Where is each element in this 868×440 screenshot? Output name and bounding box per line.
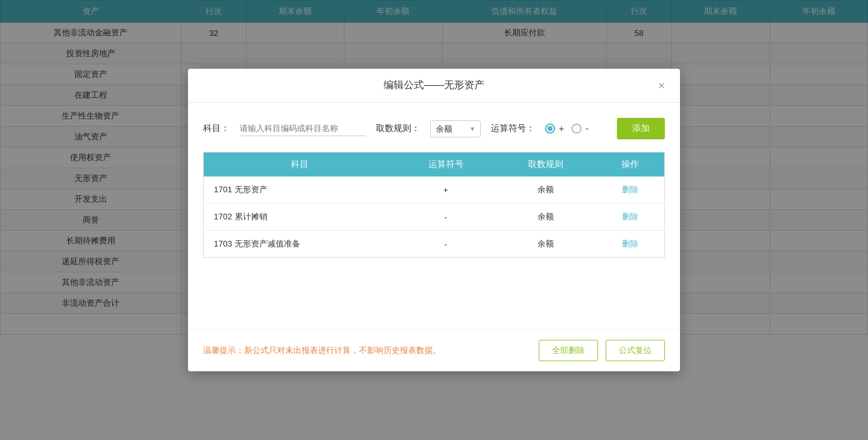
- radio-plus-circle: [545, 124, 555, 134]
- form-row: 科目： 取数规则： 余额 借方 贷方 运算符号：: [203, 118, 665, 139]
- formula-operator: -: [396, 231, 496, 258]
- formula-action: 删除: [595, 231, 664, 258]
- formula-table-header: 运算符号: [396, 153, 496, 177]
- delete-row-button[interactable]: 删除: [622, 211, 638, 223]
- formula-row: 1701 无形资产+余额删除: [204, 177, 665, 204]
- formula-action: 删除: [595, 204, 664, 231]
- modal-body: 科目： 取数规则： 余额 借方 贷方 运算符号：: [188, 103, 680, 329]
- formula-operator: +: [396, 177, 496, 204]
- operator-plus-radio[interactable]: +: [545, 124, 564, 134]
- rule-select[interactable]: 余额 借方 贷方: [430, 120, 481, 137]
- delete-all-button[interactable]: 全部删除: [539, 340, 598, 361]
- reset-formula-button[interactable]: 公式复位: [606, 340, 665, 361]
- operator-minus-label: -: [585, 124, 589, 134]
- delete-row-button[interactable]: 删除: [622, 184, 638, 195]
- modal-header: 编辑公式——无形资产 ×: [188, 69, 680, 103]
- formula-table-header: 取数规则: [496, 153, 596, 177]
- formula-rule: 余额: [496, 231, 596, 258]
- rule-select-wrapper: 余额 借方 贷方: [430, 120, 481, 137]
- formula-subject: 1702 累计摊销: [204, 204, 396, 231]
- formula-operator: -: [396, 204, 496, 231]
- radio-minus-circle: [572, 124, 582, 134]
- operator-label: 运算符号：: [491, 123, 535, 134]
- modal-title: 编辑公式——无形资产: [384, 79, 484, 92]
- delete-row-button[interactable]: 删除: [622, 238, 638, 250]
- footer-tip: 温馨提示：新公式只对未出报表进行计算，不影响历史报表数据。: [203, 345, 441, 356]
- modal-overlay: 编辑公式——无形资产 × 科目： 取数规则： 余额 借方 贷方: [0, 0, 868, 440]
- formula-subject: 1703 无形资产减值准备: [204, 231, 396, 258]
- rule-label: 取数规则：: [376, 123, 420, 134]
- formula-table-header: 科目: [204, 153, 396, 177]
- formula-rule: 余额: [496, 204, 596, 231]
- formula-table-header: 操作: [595, 153, 664, 177]
- formula-row: 1703 无形资产减值准备-余额删除: [204, 231, 665, 258]
- formula-action: 删除: [595, 177, 664, 204]
- operator-minus-radio[interactable]: -: [572, 124, 589, 134]
- subject-label: 科目：: [203, 123, 230, 134]
- formula-row: 1702 累计摊销-余额删除: [204, 204, 665, 231]
- page-wrapper: 资产行次期末余额年初余额负债和所有者权益行次期末余额年初余额 其他非流动金融资产…: [0, 0, 868, 440]
- edit-formula-modal: 编辑公式——无形资产 × 科目： 取数规则： 余额 借方 贷方: [188, 69, 680, 371]
- formula-subject: 1701 无形资产: [204, 177, 396, 204]
- modal-close-button[interactable]: ×: [653, 78, 670, 94]
- add-button[interactable]: 添加: [617, 118, 665, 139]
- modal-footer: 温馨提示：新公式只对未出报表进行计算，不影响历史报表数据。 全部删除 公式复位: [188, 329, 680, 371]
- formula-rule: 余额: [496, 177, 596, 204]
- subject-input[interactable]: [240, 121, 366, 136]
- footer-buttons: 全部删除 公式复位: [539, 340, 665, 361]
- formula-table: 科目运算符号取数规则操作 1701 无形资产+余额删除1702 累计摊销-余额删…: [203, 152, 665, 258]
- operator-plus-label: +: [559, 124, 564, 134]
- operator-radio-group: + -: [545, 124, 589, 134]
